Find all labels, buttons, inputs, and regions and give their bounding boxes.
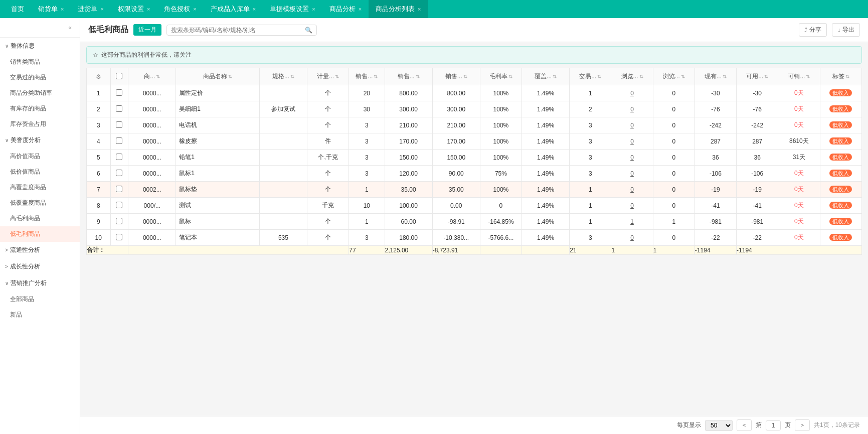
nav-template-settings[interactable]: 单据模板设置 × — [263, 0, 322, 18]
nav-product-receipt[interactable]: 产成品入库单 × — [204, 0, 263, 18]
row-browse1[interactable]: 0 — [611, 230, 653, 246]
nav-sales-order-close[interactable]: × — [61, 6, 64, 12]
row-cover: 1.49% — [522, 133, 570, 150]
row-checkbox[interactable] — [110, 101, 128, 117]
nav-purchase-order[interactable]: 进货单 × — [71, 0, 110, 18]
row-sellable: 0天 — [778, 182, 820, 198]
row-checkbox[interactable] — [110, 85, 128, 101]
row-checkbox[interactable] — [110, 214, 128, 230]
nav-template-close[interactable]: × — [312, 6, 315, 12]
th-current[interactable]: 现有...⇅ — [695, 68, 736, 85]
th-spec[interactable]: 规格...⇅ — [259, 68, 307, 85]
nav-permission[interactable]: 权限设置 × — [111, 0, 157, 18]
select-all-checkbox[interactable] — [116, 73, 122, 79]
th-trade[interactable]: 交易...⇅ — [570, 68, 611, 85]
th-code[interactable]: 商...⇅ — [128, 68, 176, 85]
nav-role-auth[interactable]: 角色授权 × — [157, 0, 203, 18]
sidebar-collapse-btn[interactable]: « — [64, 20, 76, 35]
nav-product-close[interactable]: × — [253, 6, 256, 12]
sidebar-item-capital[interactable]: 库存资金占用 — [0, 116, 80, 132]
row-sale-qty: 3 — [349, 230, 385, 246]
th-settings[interactable]: ⚙ — [87, 68, 111, 85]
row-browse1[interactable]: 0 — [611, 85, 653, 101]
sidebar-item-low-margin[interactable]: 低毛利商品 — [0, 226, 80, 242]
sidebar-item-category-rate[interactable]: 商品分类助销率 — [0, 85, 80, 101]
row-gross: 100% — [480, 101, 522, 117]
row-available: -242 — [737, 117, 778, 133]
row-browse1[interactable]: 0 — [611, 150, 653, 166]
row-checkbox[interactable] — [110, 117, 128, 133]
row-browse1[interactable]: 0 — [611, 101, 653, 117]
th-name[interactable]: 商品名称⇅ — [176, 68, 259, 85]
nav-goods-analysis[interactable]: 商品分析 × — [322, 0, 369, 18]
row-name: 电话机 — [176, 117, 259, 133]
search-icon[interactable]: 🔍 — [305, 27, 312, 34]
sidebar-item-high-margin[interactable]: 高毛利商品 — [0, 211, 80, 226]
export-btn[interactable]: ↓ 导出 — [832, 23, 860, 37]
sidebar-item-sales-category[interactable]: 销售类商品 — [0, 54, 80, 70]
nav-permission-close[interactable]: × — [147, 6, 150, 12]
th-unit[interactable]: 计量...⇅ — [307, 68, 349, 85]
th-sale-qty[interactable]: 销售...⇅ — [349, 68, 385, 85]
sidebar-item-all-products[interactable]: 全部商品 — [0, 292, 80, 307]
total-label-cell: 合计： — [87, 246, 128, 255]
nav-goods-list-close[interactable]: × — [418, 6, 421, 12]
th-checkbox[interactable] — [110, 68, 128, 85]
th-browse1[interactable]: 浏览...⇅ — [611, 68, 653, 85]
th-sale-amount[interactable]: 销售...⇅ — [432, 68, 480, 85]
nav-purchase-close[interactable]: × — [100, 6, 103, 12]
sidebar-item-high-value[interactable]: 高价值商品 — [0, 149, 80, 164]
next-page-btn[interactable]: ＞ — [795, 419, 810, 431]
row-browse1[interactable]: 0 — [611, 133, 653, 150]
row-browse1[interactable]: 0 — [611, 198, 653, 214]
sidebar-group-growth-title[interactable]: > 成长性分析 — [0, 258, 80, 275]
nav-goods-analysis-close[interactable]: × — [359, 6, 362, 12]
sort-available-icon: ⇅ — [764, 74, 768, 79]
sidebar-item-low-value[interactable]: 低价值商品 — [0, 164, 80, 180]
row-index: 9 — [87, 214, 111, 230]
sidebar-group-overall-title[interactable]: ∨ 整体信息 — [0, 38, 80, 54]
nav-home[interactable]: 首页 — [4, 0, 31, 18]
th-tag[interactable]: 标签⇅ — [820, 68, 861, 85]
prev-page-btn[interactable]: ＜ — [737, 419, 752, 431]
row-checkbox[interactable] — [110, 198, 128, 214]
sidebar-item-traded[interactable]: 交易过的商品 — [0, 70, 80, 85]
search-input[interactable] — [171, 27, 303, 34]
row-checkbox[interactable] — [110, 182, 128, 198]
sidebar-item-low-coverage[interactable]: 低覆盖度商品 — [0, 195, 80, 211]
row-sellable: 0天 — [778, 214, 820, 230]
row-browse1[interactable]: 0 — [611, 117, 653, 133]
nav-role-close[interactable]: × — [193, 6, 196, 12]
per-page-select[interactable]: 50 100 200 — [705, 420, 733, 431]
row-checkbox[interactable] — [110, 150, 128, 166]
row-sale-qty: 1 — [349, 182, 385, 198]
row-browse1[interactable]: 0 — [611, 166, 653, 182]
filter-recent-month-btn[interactable]: 近一月 — [133, 24, 161, 36]
sidebar-group-reputation-title[interactable]: ∨ 美誉度分析 — [0, 132, 80, 149]
sidebar-item-high-coverage[interactable]: 高覆盖度商品 — [0, 180, 80, 195]
sidebar-item-in-stock[interactable]: 有库存的商品 — [0, 101, 80, 116]
row-checkbox[interactable] — [110, 230, 128, 246]
sidebar-group-overall: ∨ 整体信息 销售类商品 交易过的商品 商品分类助销率 有库存的商品 库存资金占… — [0, 38, 80, 132]
share-btn[interactable]: ⤴ 分享 — [799, 23, 827, 37]
row-browse1[interactable]: 0 — [611, 182, 653, 198]
row-cover: 1.49% — [522, 101, 570, 117]
row-checkbox[interactable] — [110, 166, 128, 182]
nav-sales-order[interactable]: 销货单 × — [31, 0, 71, 18]
th-available[interactable]: 可用...⇅ — [737, 68, 778, 85]
th-gross[interactable]: 毛利率⇅ — [480, 68, 522, 85]
overall-group-label: 整体信息 — [11, 42, 35, 50]
th-sale-price[interactable]: 销售...⇅ — [385, 68, 432, 85]
sidebar-item-new-products[interactable]: 新品 — [0, 307, 80, 323]
nav-goods-analysis-list[interactable]: 商品分析列表 × — [369, 0, 428, 18]
total-gross — [480, 246, 522, 255]
row-checkbox[interactable] — [110, 133, 128, 150]
th-browse2[interactable]: 浏览...⇅ — [653, 68, 695, 85]
marketing-group-label: 营销推广分析 — [11, 279, 47, 287]
sidebar-group-circulation-title[interactable]: > 流通性分析 — [0, 242, 80, 258]
th-sellable[interactable]: 可销...⇅ — [778, 68, 820, 85]
th-cover[interactable]: 覆盖...⇅ — [522, 68, 570, 85]
row-index: 4 — [87, 133, 111, 150]
sidebar-group-marketing-title[interactable]: ∨ 营销推广分析 — [0, 275, 80, 292]
row-browse1[interactable]: 1 — [611, 214, 653, 230]
